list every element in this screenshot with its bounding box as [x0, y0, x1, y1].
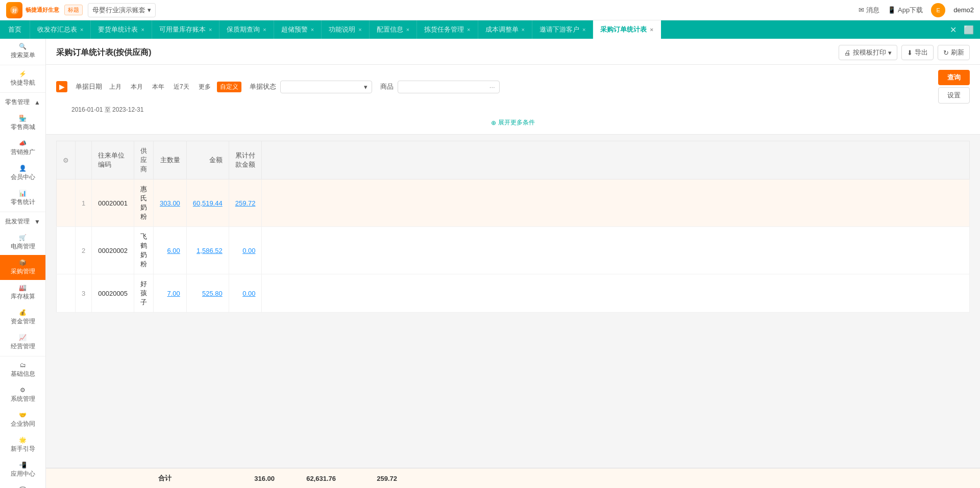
sidebar-search[interactable]: 🔍 搜索菜单 — [0, 39, 45, 64]
search-label: 搜索菜单 — [11, 51, 35, 60]
sidebar-item-basic[interactable]: 🗂 基础信息 — [0, 357, 45, 382]
td-extra-2 — [262, 227, 970, 274]
tab-invite-close[interactable]: × — [582, 27, 585, 33]
status-select[interactable]: ▾ — [280, 81, 372, 93]
tab-available[interactable]: 可用量库存账本 × — [152, 20, 219, 39]
tab-help-close[interactable]: × — [358, 27, 361, 33]
filter-collapse-button[interactable]: ▶ — [56, 81, 67, 92]
date-opt-last-month[interactable]: 上月 — [106, 82, 125, 92]
tab-overstock-close[interactable]: × — [311, 27, 314, 33]
tab-purchase-stat[interactable]: 要货单统计表 × — [91, 20, 152, 39]
qty-link-2[interactable]: 6.00 — [167, 247, 180, 254]
tab-help[interactable]: 功能说明 × — [322, 20, 369, 39]
tab-config-close[interactable]: × — [406, 27, 409, 33]
tab-picking-close[interactable]: × — [467, 27, 470, 33]
sidebar-divider-3 — [0, 212, 45, 212]
nav-maximize-button[interactable]: ⬜ — [962, 23, 976, 37]
date-opt-this-year[interactable]: 本年 — [149, 82, 167, 92]
tab-cost-close[interactable]: × — [522, 27, 525, 33]
td-qty-3: 7.00 — [154, 274, 187, 313]
sidebar-item-retail-stat[interactable]: 📊 零售统计 — [0, 186, 45, 211]
paid-link-2[interactable]: 0.00 — [242, 247, 255, 254]
tab-receive-close[interactable]: × — [80, 27, 83, 33]
export-button[interactable]: ⬇ 导出 — [901, 45, 934, 60]
tab-cost[interactable]: 成本调整单 × — [478, 20, 532, 39]
tab-invite[interactable]: 邀请下游客户 × — [532, 20, 593, 39]
sidebar-item-wechat[interactable]: 💬 企业微信 — [0, 482, 45, 488]
sidebar-item-wholesale[interactable]: 批发管理 ▼ — [0, 213, 45, 230]
qty-link-3[interactable]: 7.00 — [167, 290, 180, 297]
sidebar-item-retail-shop[interactable]: 🏪 零售商城 — [0, 111, 45, 136]
data-table: ⚙ 往来单位编码 供应商 主数量 金额 累计付款金额 1 — [56, 141, 970, 313]
tab-config[interactable]: 配置信息 × — [370, 20, 417, 39]
goods-more-dots[interactable]: ··· — [489, 83, 495, 91]
th-row-num — [76, 141, 92, 179]
query-button[interactable]: 查询 — [938, 70, 970, 85]
expand-more-button[interactable]: ⊕ 展开更多条件 — [56, 116, 970, 129]
goods-filter-label: 商品 — [380, 82, 394, 91]
footer-qty: 316.00 — [219, 475, 281, 482]
amount-link-2[interactable]: 1,586.52 — [197, 247, 223, 254]
sidebar-item-ecommerce[interactable]: 🛒 电商管理 — [0, 230, 45, 255]
refresh-button[interactable]: ↻ 刷新 — [938, 45, 970, 60]
top-bar-left: 好 畅捷通好生意 标题 母婴行业演示账套 ▾ — [6, 2, 156, 18]
tab-purchase-order[interactable]: 采购订单统计表 × — [593, 20, 660, 39]
app-download-button[interactable]: 📱 App下载 — [888, 6, 923, 15]
sidebar-item-marketing[interactable]: 📣 营销推广 — [0, 136, 45, 161]
tab-overstock[interactable]: 超储预警 × — [274, 20, 322, 39]
goods-filter-section: 商品 ··· — [380, 81, 500, 93]
sidebar-item-retail[interactable]: 零售管理 ▲ — [0, 94, 45, 111]
td-amount-3: 525.80 — [186, 274, 229, 313]
tab-expiry[interactable]: 保质期查询 × — [219, 20, 274, 39]
operations-icon: 📈 — [19, 334, 27, 341]
sidebar-item-system[interactable]: ⚙ 系统管理 — [0, 382, 45, 407]
sidebar-item-finance[interactable]: 💰 资金管理 — [0, 305, 45, 330]
app-download-label: App下载 — [898, 6, 923, 15]
footer-values: 316.00 62,631.76 259.72 — [219, 475, 970, 482]
sidebar-item-inventory[interactable]: 🏭 库存核算 — [0, 280, 45, 305]
tab-purchase-stat-close[interactable]: × — [141, 27, 144, 33]
sidebar-item-newbie[interactable]: 🌟 新手引导 — [0, 432, 45, 457]
tab-overstock-label: 超储预警 — [281, 25, 308, 34]
date-custom-tag[interactable]: 自定义 — [217, 82, 241, 92]
amount-link-3[interactable]: 525.80 — [202, 290, 223, 297]
tab-purchase-order-label: 采购订单统计表 — [600, 25, 647, 34]
tab-invite-label: 邀请下游客户 — [540, 25, 579, 34]
table-settings-icon[interactable]: ⚙ — [63, 157, 69, 164]
message-button[interactable]: ✉ 消息 — [859, 6, 879, 15]
sidebar-item-membership[interactable]: 👤 会员中心 — [0, 161, 45, 186]
svg-text:好: 好 — [12, 8, 17, 13]
sidebar-item-purchase[interactable]: 📦 采购管理 — [0, 255, 45, 280]
newbie-label: 新手引导 — [11, 445, 35, 453]
print-icon: 🖨 — [844, 49, 851, 57]
amount-link-1[interactable]: 60,519.44 — [193, 199, 223, 207]
paid-link-1[interactable]: 259.72 — [235, 199, 256, 207]
sidebar-item-operations[interactable]: 📈 经营管理 — [0, 330, 45, 355]
table-head: ⚙ 往来单位编码 供应商 主数量 金额 累计付款金额 — [57, 141, 970, 179]
username[interactable]: demo2 — [953, 6, 974, 14]
paid-link-3[interactable]: 0.00 — [242, 290, 255, 297]
print-button[interactable]: 🖨 按模板打印 ▾ — [839, 45, 897, 60]
date-opt-this-month[interactable]: 本月 — [128, 82, 146, 92]
sidebar-item-quick-nav[interactable]: ⚡ 快捷导航 — [0, 66, 45, 91]
date-opt-7days[interactable]: 近7天 — [170, 82, 192, 92]
tab-available-close[interactable]: × — [209, 27, 212, 33]
nav-close-all-button[interactable]: ✕ — [948, 23, 959, 37]
workspace-selector[interactable]: 母婴行业演示账套 ▾ — [88, 3, 156, 17]
tab-home[interactable]: 首页 — [0, 20, 30, 39]
tab-picking[interactable]: 拣货任务管理 × — [417, 20, 478, 39]
date-opt-more[interactable]: 更多 — [195, 82, 214, 92]
sidebar-item-appcenter[interactable]: 📲 应用中心 — [0, 457, 45, 482]
nav-tabs: 首页 收发存汇总表 × 要货单统计表 × 可用量库存账本 × 保质期查询 × 超… — [0, 20, 980, 39]
date-range-text: 2016-01-01 至 2023-12-31 — [71, 106, 143, 113]
nav-controls: ✕ ⬜ — [948, 23, 980, 37]
enterprise-icon: 🤝 — [19, 412, 27, 419]
filter-settings-button[interactable]: 设置 — [938, 87, 970, 104]
tab-purchase-order-close[interactable]: × — [650, 27, 653, 33]
refresh-label: 刷新 — [951, 48, 964, 57]
tab-receive[interactable]: 收发存汇总表 × — [30, 20, 91, 39]
sidebar-item-enterprise[interactable]: 🤝 企业协同 — [0, 407, 45, 432]
qty-link-1[interactable]: 303.00 — [160, 199, 180, 207]
goods-input[interactable]: ··· — [398, 81, 500, 93]
tab-expiry-close[interactable]: × — [263, 27, 266, 33]
